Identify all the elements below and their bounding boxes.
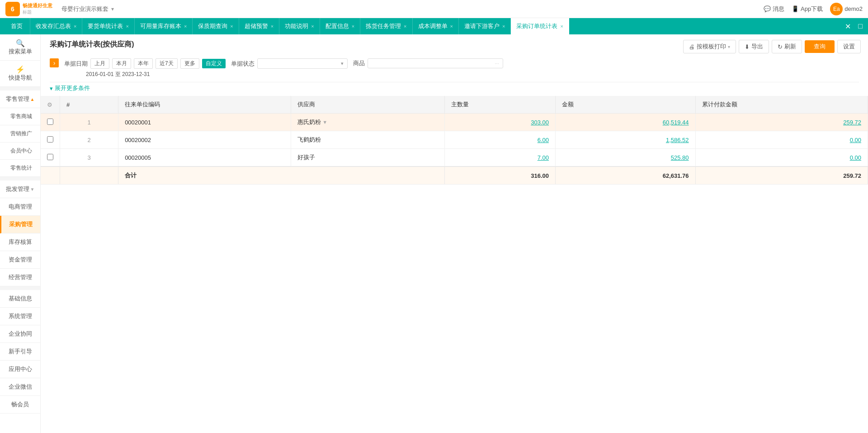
tab-home[interactable]: 首页 <box>4 18 30 34</box>
action-buttons: 🖨 按模板打印 ▾ ⬇ 导出 ↻ 刷新 查询 设置 <box>683 40 861 53</box>
sidebar: 🔍 搜索菜单 ⚡ 快捷导航 零售管理 ▲ 零售商城 营销推广 会员中心 零售统计… <box>0 34 41 433</box>
filter-area: › 单据日期 上月 本月 本年 近7天 更多 自定义 2016-01-01 至 … <box>50 54 859 82</box>
sidebar-item-search[interactable]: 🔍 搜索菜单 <box>0 34 40 61</box>
close-all-tabs-button[interactable]: ✕ <box>843 22 853 31</box>
sidebar-item-marketing[interactable]: 营销推广 <box>0 125 40 143</box>
close-tab-goods-stat[interactable]: × <box>126 24 128 29</box>
nav-end-actions: ✕ □ <box>843 22 864 31</box>
close-tab-overstock-warn[interactable]: × <box>271 24 274 29</box>
row3-amount: 525.80 <box>556 149 696 167</box>
row3-checkbox[interactable] <box>47 154 53 160</box>
tab-config-info[interactable]: 配置信息 × <box>320 18 360 34</box>
sidebar-item-newguide[interactable]: 新手引导 <box>0 343 40 361</box>
close-tab-func-desc[interactable]: × <box>311 24 314 29</box>
download-icon: 📱 <box>792 5 799 12</box>
row2-paid: 0.00 <box>695 131 868 149</box>
row2-checkbox[interactable] <box>47 136 53 143</box>
print-icon: 🖨 <box>689 43 695 50</box>
close-tab-purchase-stat[interactable]: × <box>560 24 563 29</box>
close-tab-collect-pay[interactable]: × <box>74 24 76 29</box>
row1-checkbox[interactable] <box>47 119 53 125</box>
message-button[interactable]: 💬 消息 <box>764 5 784 13</box>
date-btn-more[interactable]: 更多 <box>180 58 199 69</box>
footer-paid: 259.72 <box>695 167 868 185</box>
row1-expand-arrow[interactable]: ▼ <box>322 119 327 125</box>
sidebar-item-system[interactable]: 系统管理 <box>0 308 40 325</box>
top-right: 💬 消息 📱 App下载 Ea demo2 <box>764 3 863 15</box>
table-settings-icon[interactable]: ⚙ <box>47 101 52 108</box>
table-row: 3 00020005 好孩子 7.00 525.80 0.00 <box>41 149 868 167</box>
sidebar-item-finance[interactable]: 资金管理 <box>0 251 40 269</box>
logo-text: 畅捷通好生意 标题 <box>23 2 52 15</box>
date-btn-7days[interactable]: 近7天 <box>156 58 178 69</box>
col-settings-header[interactable]: ⚙ <box>41 96 60 114</box>
row1-unit-code: 00020001 <box>118 114 291 131</box>
goods-more-icon: ··· <box>495 61 499 66</box>
row2-check[interactable] <box>41 131 60 149</box>
close-tab-pick-task[interactable]: × <box>404 24 406 29</box>
sidebar-item-appcenter[interactable]: 应用中心 <box>0 361 40 378</box>
sidebar-item-enterprise[interactable]: 企业协同 <box>0 325 40 343</box>
row2-amount: 1,586.52 <box>556 131 696 149</box>
custom-date-badge[interactable]: 自定义 <box>202 59 226 68</box>
row3-unit-code: 00020005 <box>118 149 291 167</box>
user-menu[interactable]: Ea demo2 <box>830 3 863 15</box>
sidebar-item-purchase[interactable]: 采购管理 <box>0 216 40 233</box>
sidebar-item-retail-stat[interactable]: 零售统计 <box>0 160 40 177</box>
sidebar-item-operation[interactable]: 经营管理 <box>0 269 40 286</box>
app-download-button[interactable]: 📱 App下载 <box>792 5 823 13</box>
export-button[interactable]: ⬇ 导出 <box>739 40 769 53</box>
row1-check[interactable] <box>41 114 60 131</box>
tab-invite-downstream[interactable]: 邀请下游客户 × <box>459 18 511 34</box>
goods-input[interactable]: ··· <box>368 58 503 68</box>
sidebar-item-ecommerce[interactable]: 电商管理 <box>0 198 40 216</box>
row3-supplier: 好孩子 <box>291 149 444 167</box>
date-btn-this-month[interactable]: 本月 <box>112 58 131 69</box>
close-tab-invite-downstream[interactable]: × <box>502 24 505 29</box>
sidebar-item-wholesale[interactable]: 批发管理 ▼ <box>0 181 40 198</box>
tab-collect-pay[interactable]: 收发存汇总表 × <box>30 18 82 34</box>
tab-available-stock[interactable]: 可用量库存账本 × <box>135 18 193 34</box>
row2-unit-code: 00020002 <box>118 131 291 149</box>
tab-overstock-warn[interactable]: 超储预警 × <box>239 18 279 34</box>
row3-check[interactable] <box>41 149 60 167</box>
status-select[interactable]: ▾ <box>257 58 348 69</box>
filter-expand-toggle[interactable]: › <box>50 58 59 67</box>
tab-pick-task[interactable]: 拣货任务管理 × <box>360 18 412 34</box>
tab-expiry-query[interactable]: 保质期查询 × <box>193 18 239 34</box>
sidebar-item-vip[interactable]: 畅会员 <box>0 396 40 414</box>
tab-goods-stat[interactable]: 要货单统计表 × <box>82 18 134 34</box>
sidebar-item-basic-info[interactable]: 基础信息 <box>0 290 40 308</box>
close-tab-cost-adjust[interactable]: × <box>450 24 453 29</box>
date-filter-row: 单据日期 上月 本月 本年 近7天 更多 自定义 <box>64 58 226 69</box>
breadcrumb-arrow[interactable]: ▾ <box>111 6 114 12</box>
date-filter: 单据日期 上月 本月 本年 近7天 更多 自定义 2016-01-01 至 20… <box>64 58 226 78</box>
sidebar-item-retail-mall[interactable]: 零售商城 <box>0 108 40 125</box>
col-qty-header: 主数量 <box>444 96 555 114</box>
close-tab-available-stock[interactable]: × <box>184 24 187 29</box>
sidebar-item-member[interactable]: 会员中心 <box>0 143 40 160</box>
tab-cost-adjust[interactable]: 成本调整单 × <box>413 18 459 34</box>
tab-func-desc[interactable]: 功能说明 × <box>279 18 320 34</box>
maximize-button[interactable]: □ <box>856 22 864 30</box>
row1-qty: 303.00 <box>444 114 555 131</box>
close-tab-config-info[interactable]: × <box>352 24 354 29</box>
sidebar-item-enterprise-wx[interactable]: 企业微信 <box>0 378 40 396</box>
query-button[interactable]: 查询 <box>805 40 835 53</box>
sidebar-item-inventory[interactable]: 库存核算 <box>0 233 40 251</box>
sidebar-item-retail[interactable]: 零售管理 ▲ <box>0 90 40 108</box>
refresh-button[interactable]: ↻ 刷新 <box>772 40 802 53</box>
expand-more-button[interactable]: ▾ 展开更多条件 <box>50 84 859 92</box>
row2-qty: 6.00 <box>444 131 555 149</box>
close-tab-expiry-query[interactable]: × <box>230 24 233 29</box>
sidebar-item-shortcut[interactable]: ⚡ 快捷导航 <box>0 61 40 87</box>
table-header-row: ⚙ # 往来单位编码 供应商 主数量 金额 累计付款金额 <box>41 96 868 114</box>
data-table: ⚙ # 往来单位编码 供应商 主数量 金额 累计付款金额 1 0002000 <box>41 96 868 185</box>
date-btn-last-month[interactable]: 上月 <box>90 58 109 69</box>
row2-seq: 2 <box>60 131 118 149</box>
footer-row: 合计 316.00 62,631.76 259.72 <box>41 167 868 185</box>
tab-purchase-stat[interactable]: 采购订单统计表 × <box>511 18 569 34</box>
print-button[interactable]: 🖨 按模板打印 ▾ <box>683 40 736 53</box>
settings-button[interactable]: 设置 <box>837 40 861 53</box>
date-btn-this-year[interactable]: 本年 <box>134 58 153 69</box>
